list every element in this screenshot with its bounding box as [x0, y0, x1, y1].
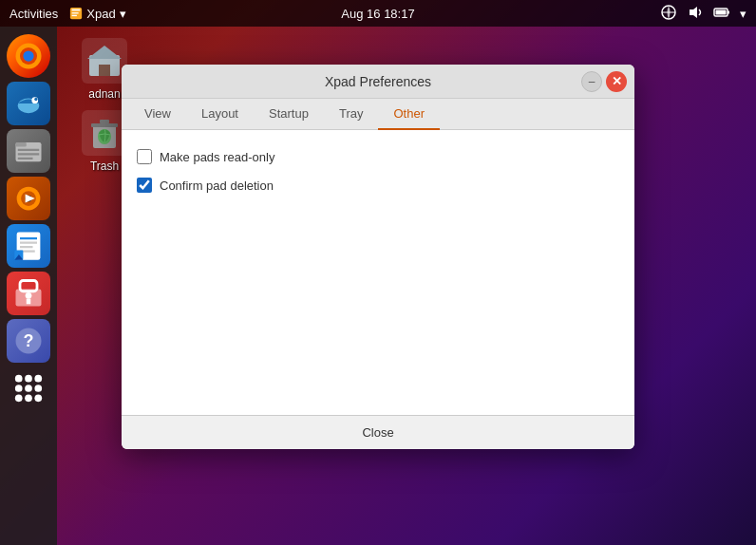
confirm-deletion-row: Confirm pad deletion: [137, 178, 619, 193]
svg-rect-1: [72, 9, 81, 11]
dialog-footer: Close: [122, 415, 634, 449]
make-read-only-label[interactable]: Make pads read-only: [160, 150, 274, 164]
svg-rect-2: [72, 12, 79, 13]
tab-bar: View Layout Startup Tray Other: [122, 99, 634, 130]
dialog-titlebar: Xpad Preferences – ✕: [122, 65, 634, 99]
datetime: Aug 16 18:17: [341, 7, 414, 21]
tab-startup[interactable]: Startup: [254, 99, 324, 130]
svg-rect-3: [72, 15, 77, 16]
preferences-dialog: Xpad Preferences – ✕ View Layout Startup…: [122, 65, 634, 449]
make-read-only-row: Make pads read-only: [137, 149, 619, 164]
make-read-only-checkbox[interactable]: [137, 149, 152, 164]
app-dropdown-icon[interactable]: ▾: [120, 7, 126, 21]
svg-rect-8: [728, 10, 729, 13]
topbar: Activities Xpad ▾ Aug 16 18:17 ▾: [0, 0, 756, 27]
battery-icon: [713, 4, 730, 24]
activities-label[interactable]: Activities: [9, 7, 58, 21]
confirm-deletion-checkbox[interactable]: [137, 178, 152, 193]
network-icon: [660, 4, 677, 24]
dialog-title: Xpad Preferences: [325, 74, 431, 89]
desktop: Activities Xpad ▾ Aug 16 18:17 ▾: [0, 0, 756, 545]
volume-icon[interactable]: [687, 4, 704, 24]
confirm-deletion-label[interactable]: Confirm pad deletion: [160, 179, 274, 193]
app-name-label[interactable]: Xpad ▾: [69, 7, 125, 21]
dialog-overlay: Xpad Preferences – ✕ View Layout Startup…: [0, 27, 756, 545]
tab-view[interactable]: View: [129, 99, 186, 130]
close-button[interactable]: Close: [122, 416, 634, 449]
close-window-button[interactable]: ✕: [606, 71, 627, 92]
svg-marker-6: [690, 7, 697, 18]
system-menu-icon[interactable]: ▾: [740, 7, 747, 21]
minimize-button[interactable]: –: [581, 71, 602, 92]
tab-layout[interactable]: Layout: [186, 99, 254, 130]
tab-tray[interactable]: Tray: [324, 99, 379, 130]
svg-rect-9: [716, 9, 727, 14]
dialog-content-area: Make pads read-only Confirm pad deletion: [122, 130, 634, 415]
tab-other[interactable]: Other: [378, 99, 440, 130]
dialog-window-controls: – ✕: [581, 71, 627, 92]
xpad-icon: [69, 7, 83, 20]
